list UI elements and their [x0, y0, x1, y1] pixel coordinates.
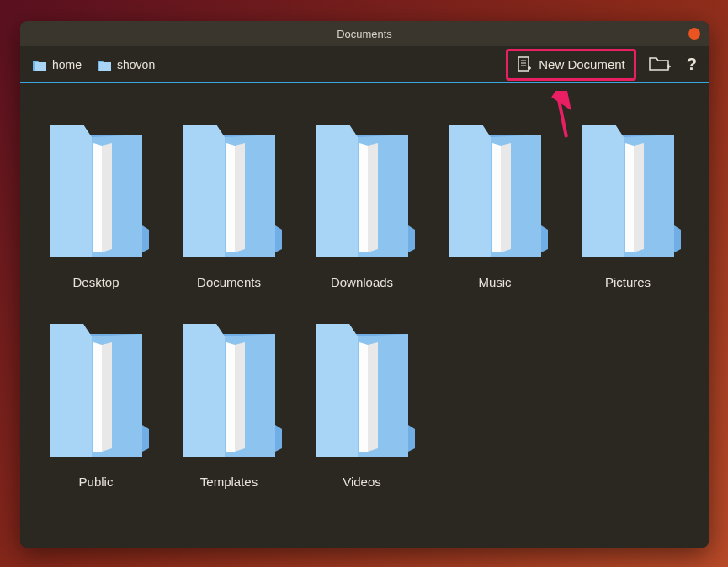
folder-label: Public	[79, 474, 114, 489]
breadcrumb-label: home	[52, 58, 82, 72]
folder-label: Desktop	[72, 275, 119, 289]
folder-icon	[307, 305, 417, 469]
folder-icon	[41, 105, 151, 270]
folder-icon	[573, 105, 683, 270]
folder-icon	[41, 305, 151, 469]
breadcrumb-home[interactable]: home	[32, 58, 82, 72]
svg-rect-0	[518, 57, 529, 71]
folder-item[interactable]: Desktop	[34, 105, 158, 289]
window-title: Documents	[337, 28, 392, 40]
folder-item[interactable]: Public	[34, 305, 158, 489]
new-document-label: New Document	[539, 57, 625, 72]
help-button[interactable]: ?	[683, 55, 700, 74]
close-icon[interactable]	[688, 28, 700, 40]
new-folder-icon	[648, 55, 672, 75]
breadcrumb: home shovon	[32, 58, 506, 72]
folder-icon	[174, 105, 284, 270]
toolbar: home shovon New Document ?	[20, 46, 709, 83]
folder-item[interactable]: Templates	[167, 305, 291, 489]
folder-item[interactable]: Pictures	[566, 105, 690, 289]
folder-label: Documents	[197, 275, 261, 289]
breadcrumb-shovon[interactable]: shovon	[97, 58, 155, 72]
folder-item[interactable]: Downloads	[300, 105, 424, 289]
folder-icon	[307, 105, 417, 270]
toolbar-actions: New Document ?	[506, 49, 700, 81]
file-manager-window: Documents home shovon New	[20, 21, 709, 548]
folder-label: Pictures	[605, 275, 651, 289]
folder-item[interactable]: Music	[433, 105, 557, 289]
folder-item[interactable]: Documents	[167, 105, 291, 289]
new-document-icon	[517, 56, 532, 73]
folder-item[interactable]: Videos	[300, 305, 424, 489]
folder-icon	[440, 105, 550, 270]
folder-grid: Desktop Documents Downloads Music Pictur…	[20, 83, 709, 548]
folder-icon	[174, 305, 284, 469]
titlebar: Documents	[20, 21, 709, 46]
folder-icon	[97, 58, 112, 72]
breadcrumb-label: shovon	[117, 58, 155, 72]
folder-label: Music	[478, 275, 511, 289]
new-document-button[interactable]: New Document	[506, 49, 636, 81]
folder-icon	[32, 58, 47, 72]
new-folder-button[interactable]	[648, 56, 672, 74]
folder-label: Downloads	[331, 275, 393, 289]
folder-label: Templates	[200, 474, 258, 489]
folder-label: Videos	[343, 474, 381, 489]
